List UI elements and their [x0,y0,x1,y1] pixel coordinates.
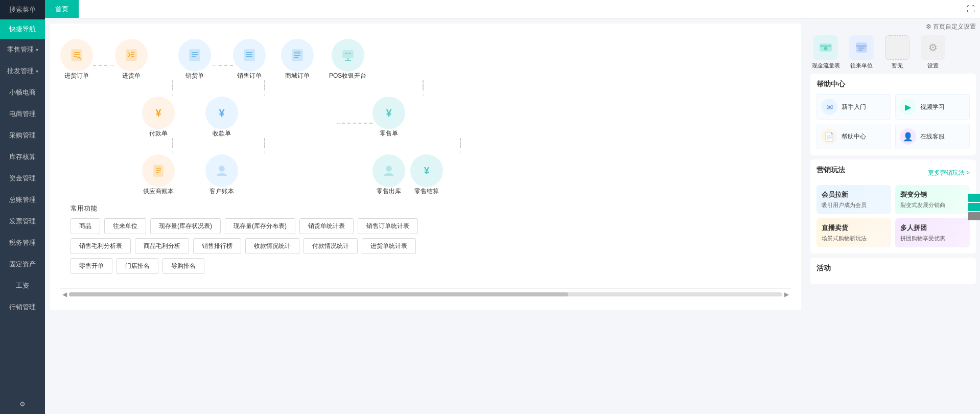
main-content: 首页 ⛶ [45,0,980,414]
side-buttons: 客服热线 服务社区 桌面快捷 [968,194,980,220]
node-purchase-slip[interactable]: 进货单 [115,39,148,80]
func-btn-purchase-stats[interactable]: 进货单统计表 [362,238,416,254]
func-btn-retail-open[interactable]: 零售开单 [71,258,112,274]
scroll-thumb [69,292,568,296]
help-grid: ✉ 新手入门 ▶ 视频学习 📄 帮助中心 👤 在线客服 [816,94,970,149]
func-btn-sales-profit[interactable]: 销售毛利分析表 [71,238,131,254]
func-btn-sales-stats[interactable]: 销货单统计表 [299,218,354,234]
sales-order-icon [233,39,266,72]
beginner-icon: ✉ [821,99,837,115]
sidebar-item-ecommerce-small[interactable]: 小畅电商 [0,82,45,103]
node-payment[interactable]: ¥ 付款单 [142,97,175,138]
svg-rect-8 [190,50,200,61]
node-retail-slip[interactable]: ¥ 零售单 [372,97,405,138]
left-panel: 进货订单 → [45,18,806,414]
settings-gear-icon: ⚙ [928,41,938,54]
svg-rect-12 [244,50,254,61]
sidebar-item-marketing[interactable]: 行销管理 [0,296,45,318]
node-pos[interactable]: POS收银开台 [329,39,366,80]
scroll-left-arrow[interactable]: ◀ [60,291,69,298]
node-retail-outbound[interactable]: 零售出库 [372,154,405,196]
quick-icon-cashflow[interactable]: 现金流量表 [810,35,841,70]
func-btn-guide-ranking[interactable]: 导购排名 [162,258,204,274]
activity-title: 活动 [816,264,970,273]
func-btn-counterpart[interactable]: 往来单位 [104,218,146,234]
retail-outbound-icon [372,154,405,187]
scroll-track[interactable] [69,292,782,296]
sidebar-search[interactable]: 搜索菜单 [0,0,45,19]
svg-rect-16 [292,50,302,61]
help-item-video[interactable]: ▶ 视频学习 [895,94,970,120]
node-receipt[interactable]: ¥ 收款单 [205,97,238,138]
node-mall-order[interactable]: 商城订单 [281,39,314,80]
mkt-item-live[interactable]: 直播卖货 场景式购物新玩法 [816,218,891,247]
help-item-online-service[interactable]: 👤 在线客服 [895,124,970,149]
sidebar-item-ecommerce-mgmt[interactable]: 电商管理 [0,103,45,125]
node-supplier-ledger[interactable]: 供应商账本 [142,154,175,196]
none-icon-box [885,35,909,60]
func-btn-inventory-status[interactable]: 现存量(库存状况表) [150,218,221,234]
retail-slip-icon: ¥ [372,97,405,129]
help-item-help-center[interactable]: 📄 帮助中心 [816,124,891,149]
svg-rect-4 [126,50,136,61]
svg-rect-21 [345,53,347,54]
wholesale-arrow-icon: ▾ [36,68,38,74]
customize-link[interactable]: ⚙ 首页自定义设置 [926,22,976,31]
quick-icon-none[interactable]: 暂无 [882,35,913,70]
func-btn-goods[interactable]: 商品 [71,218,100,234]
sidebar-item-retail[interactable]: 零售管理 ▾ [0,39,45,60]
quick-icon-settings[interactable]: ⚙ 设置 [918,35,948,70]
svg-rect-34 [856,43,867,52]
more-marketing-link[interactable]: 更多营销玩法 > [928,169,970,177]
sidebar-item-ledger[interactable]: 总账管理 [0,189,45,211]
func-btn-receipt-stats[interactable]: 收款情况统计 [245,238,299,254]
tab-home[interactable]: 首页 [45,0,79,18]
mkt-item-member[interactable]: 会员拉新 吸引用户成为会员 [816,185,891,214]
scroll-right-arrow[interactable]: ▶ [782,291,791,298]
mkt-item-fission[interactable]: 裂变分销 裂变式发展分销商 [895,185,970,214]
mall-order-icon [281,39,314,72]
quick-icon-counterpart[interactable]: 往来单位 [846,35,877,70]
counterpart-icon-box [849,35,874,60]
help-item-beginner[interactable]: ✉ 新手入门 [816,94,891,120]
func-btn-sales-order-stats[interactable]: 销售订单统计表 [358,218,418,234]
svg-point-29 [219,166,224,171]
activity-card: 活动 [810,258,976,284]
marketing-card: 营销玩法 更多营销玩法 > 会员拉新 吸引用户成为会员 裂变分销 裂变式发展分销… [810,159,976,254]
side-btn-service[interactable]: 客服热线 [968,194,980,202]
node-sales-order[interactable]: 销售订单 [233,39,266,80]
horizontal-scrollbar[interactable]: ◀ ▶ [60,288,791,300]
sidebar-item-tax[interactable]: 税务管理 [0,232,45,254]
side-btn-community[interactable]: 服务社区 [968,203,980,211]
svg-rect-17 [294,52,300,54]
node-customer-ledger[interactable]: 客户账本 [205,154,238,196]
sidebar-item-purchase[interactable]: 采购管理 [0,125,45,146]
sidebar-quicknav[interactable]: 快捷导航 [0,19,45,39]
func-btn-payment-stats[interactable]: 付款情况统计 [304,238,358,254]
sidebar-item-wholesale[interactable]: 批发管理 ▾ [0,60,45,82]
func-btn-store-ranking[interactable]: 门店排名 [116,258,158,274]
node-sales-slip[interactable]: 销货单 [178,39,211,80]
sidebar-item-inventory[interactable]: 库存核算 [0,146,45,168]
sidebar-item-salary[interactable]: 工资 [0,275,45,296]
side-btn-desktop[interactable]: 桌面快捷 [968,212,980,220]
sidebar-item-invoice[interactable]: 发票管理 [0,211,45,232]
func-btn-goods-profit[interactable]: 商品毛利分析 [135,238,189,254]
func-btn-inventory-dist[interactable]: 现存量(库存分布表) [225,218,295,234]
sidebar-item-fixed-assets[interactable]: 固定资产 [0,254,45,275]
node-retail-settlement[interactable]: ¥ 零售结算 [410,154,443,196]
mkt-item-group[interactable]: 多人拼团 拼团购物享受优惠 [895,218,970,247]
cashflow-icon-box [813,35,838,60]
svg-rect-20 [343,51,353,58]
video-icon: ▶ [900,99,916,115]
node-purchase-order[interactable]: 进货订单 [60,39,93,80]
sidebar-item-finance[interactable]: 资金管理 [0,168,45,189]
sales-slip-icon [178,39,211,72]
sidebar-settings-button[interactable]: ⚙ [0,394,45,414]
page-body: 进货订单 → [45,18,980,414]
help-center-title: 帮助中心 [816,80,970,89]
purchase-order-icon [60,39,93,72]
func-btn-row-2: 销售毛利分析表 商品毛利分析 销售排行榜 收款情况统计 付款情况统计 进货单统计… [71,238,781,254]
func-btn-sales-ranking[interactable]: 销售排行榜 [193,238,241,254]
expand-icon[interactable]: ⛶ [967,5,975,13]
